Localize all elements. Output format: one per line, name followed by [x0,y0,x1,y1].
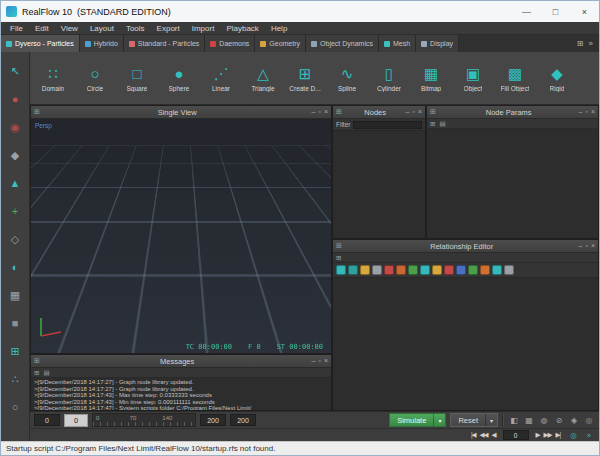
shelf-tool-button[interactable]: ▦ Bitmap [410,64,452,92]
panel-maximize-icon[interactable]: ▫ [318,108,320,116]
nodes-list[interactable] [333,131,425,238]
shelf-tool-button[interactable]: ▩ Fill Object [494,64,536,92]
tool-icon[interactable]: ■ [1,309,29,337]
last-frame-button[interactable]: ▶| [556,430,561,440]
timeline-ruler[interactable]: 0 70 140 [92,413,196,427]
shelf-tool-button[interactable]: △ Triangle [242,64,284,92]
shelf-tool-button[interactable]: ◆ Rigid [536,64,578,92]
shelf-tool-button[interactable]: ▣ Object [452,64,494,92]
shelf-tool-button[interactable]: ○ Circle [74,64,116,92]
tool-icon[interactable]: ⊞ [1,337,29,365]
timeline-option-icon[interactable]: ⊘ [553,416,565,425]
viewport-3d[interactable]: Persp TC 00:00:00 F 0 ST 00:00:00 [31,119,331,353]
relationship-node-icon[interactable] [420,265,430,275]
panel-menu-icon[interactable]: ⊞ [430,108,436,116]
timeline-option-icon[interactable]: ▦ [523,416,535,425]
fast-rewind-button[interactable]: ◀◀ [480,430,488,440]
node-params-body[interactable] [427,129,598,238]
menu-item[interactable]: Playback [220,24,264,33]
panel-close-icon[interactable]: × [324,357,328,365]
filter-input[interactable] [353,121,422,129]
step-forward-button[interactable]: ▶ [536,430,540,440]
tool-icon[interactable]: ◉ [1,113,29,141]
menu-item[interactable]: Layout [84,24,120,33]
shelf-tab[interactable]: Object Dynamics [306,35,379,52]
tool-icon[interactable]: ● [1,85,29,113]
tool-icon[interactable]: ◐ [1,253,29,281]
relationship-node-icon[interactable] [480,265,490,275]
maximize-button[interactable]: □ [541,1,570,22]
current-frame-field[interactable]: 0 [64,414,88,427]
relationship-node-icon[interactable] [336,265,346,275]
relationship-node-icon[interactable] [468,265,478,275]
menu-item[interactable]: Import [186,24,221,33]
simulate-button[interactable]: Simulate ▾ [389,413,446,427]
reset-dropdown-icon[interactable]: ▾ [485,414,497,426]
range-end-field[interactable]: 200 [200,414,226,426]
shelf-overflow-icon[interactable]: » [589,39,593,48]
relationship-node-icon[interactable] [456,265,466,275]
fast-forward-button[interactable]: ▶▶ [544,430,552,440]
timeline-option-icon[interactable]: ◍ [538,416,550,425]
menu-item[interactable]: Export [151,24,186,33]
panel-float-icon[interactable]: – [312,108,316,116]
panel-maximize-icon[interactable]: ▫ [585,108,587,116]
messages-log[interactable]: >[9/December/2018 14:17:27] - Graph node… [31,378,331,410]
panel-tool-icon[interactable]: ⊞ [430,120,435,128]
menu-item[interactable]: Tools [120,24,151,33]
menu-item[interactable]: Edit [29,24,55,33]
shelf-tab[interactable]: Mesh [379,35,416,52]
shelf-grid-icon[interactable]: ⊞ [577,39,584,48]
relationship-node-icon[interactable] [384,265,394,275]
reset-button[interactable]: Reset ▾ [450,413,498,427]
relationship-node-icon[interactable] [396,265,406,275]
close-button[interactable]: × [570,1,599,22]
panel-close-icon[interactable]: × [418,108,422,116]
panel-float-icon[interactable]: – [312,357,316,365]
panel-tool-icon[interactable]: ⊞ [34,369,39,377]
menu-item[interactable]: File [4,24,29,33]
simulate-dropdown-icon[interactable]: ▾ [433,414,445,426]
shelf-tool-button[interactable]: ∷ Domain [32,64,74,92]
total-frames-field[interactable]: 200 [230,414,256,426]
panel-menu-icon[interactable]: ⊞ [34,357,40,365]
tool-icon[interactable]: ▲ [1,169,29,197]
relationship-node-icon[interactable] [504,265,514,275]
relationship-node-icon[interactable] [492,265,502,275]
shelf-tool-button[interactable]: ⊞ Create D... [284,64,326,92]
shelf-tab[interactable]: Standard - Particles [124,35,205,52]
panel-tool-icon[interactable]: ▤ [439,120,445,128]
camera-view-icon[interactable]: ◎ [570,431,577,440]
shelf-tab[interactable]: Display [416,35,459,52]
shelf-tool-button[interactable]: ∿ Spline [326,64,368,92]
panel-float-icon[interactable]: – [579,108,583,116]
relationship-node-icon[interactable] [408,265,418,275]
expand-icon[interactable]: » [587,431,591,440]
timeline-option-icon[interactable]: ◧ [508,416,520,425]
panel-tool-icon[interactable]: ▤ [43,369,49,377]
panel-close-icon[interactable]: × [324,108,328,116]
relationship-node-icon[interactable] [444,265,454,275]
panel-maximize-icon[interactable]: ▫ [585,242,587,250]
shelf-tool-button[interactable]: ▯ Cylinder [368,64,410,92]
shelf-tool-button[interactable]: ⋰ Linear [200,64,242,92]
panel-menu-icon[interactable]: ⊞ [336,242,342,250]
tool-icon[interactable]: ○ [1,393,29,421]
relationship-node-icon[interactable] [372,265,382,275]
start-frame-field[interactable]: 0 [34,414,60,426]
minimize-button[interactable]: — [512,1,541,22]
tool-icon[interactable]: ∴ [1,365,29,393]
panel-float-icon[interactable]: – [406,108,410,116]
timeline-option-icon[interactable]: ◈ [568,416,580,425]
panel-menu-icon[interactable]: ⊞ [336,108,342,116]
playback-frame-field[interactable]: 0 [503,430,529,440]
panel-menu-icon[interactable]: ⊞ [34,108,40,116]
menu-item[interactable]: View [55,24,84,33]
tool-icon[interactable]: ▦ [1,281,29,309]
menu-item[interactable]: Help [265,24,293,33]
shelf-tab[interactable]: Hybrido [80,35,124,52]
panel-close-icon[interactable]: × [591,242,595,250]
timeline-option-icon[interactable]: ◎ [583,416,595,425]
tool-icon[interactable]: ◆ [1,141,29,169]
panel-float-icon[interactable]: – [579,242,583,250]
